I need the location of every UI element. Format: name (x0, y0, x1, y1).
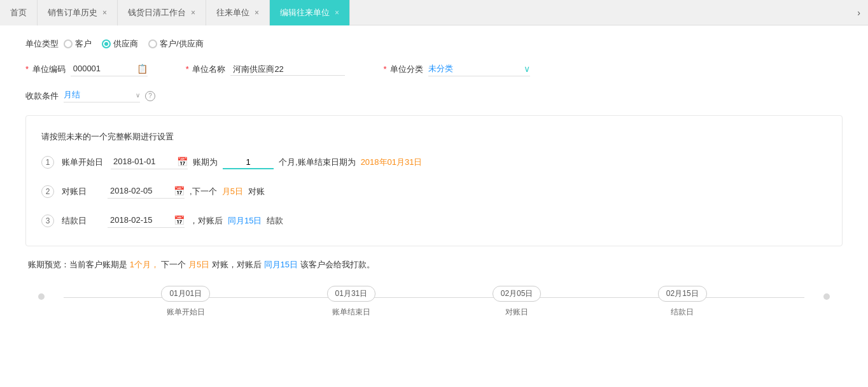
payment-label: 收款条件 (25, 90, 59, 102)
radio-supplier[interactable]: 供应商 (102, 38, 138, 50)
timeline-label-1: 账单开始日 (167, 307, 205, 318)
timeline-label-4: 结款日 (671, 307, 694, 318)
unit-type-label: 单位类型 (25, 38, 59, 50)
page-content: 单位类型 客户 供应商 客户/供应商 * 单位编码 (0, 25, 868, 387)
radio-supplier-label: 供应商 (113, 38, 138, 50)
setting-row-2: 2 对账日 📅 ,下一个 月5日 对账 (41, 185, 827, 199)
preview-suffix: 该客户会给我打款。 (300, 260, 375, 269)
tab-edit-partner-close[interactable]: × (335, 8, 339, 17)
setting-num-2: 2 (41, 185, 54, 198)
required-star-code: * (25, 64, 29, 74)
setting-row-1: 1 账单开始日 📅 账期为 个月,账单结束日期为 2018年01月31日 (41, 155, 827, 169)
payment-select[interactable]: 月结 ∨ (64, 89, 140, 102)
unit-code-icon[interactable]: 📋 (137, 64, 148, 74)
setting-content-1: 📅 账期为 个月,账单结束日期为 2018年01月31日 (111, 155, 422, 169)
period-desc-pre: 账期为 (193, 157, 218, 168)
preview-highlight2: 月5日 (188, 260, 209, 269)
unit-category-arrow: ∨ (524, 64, 530, 74)
radio-customer[interactable]: 客户 (64, 38, 92, 50)
tabs-bar: 首页 销售订单历史 × 钱货日清工作台 × 往来单位 × 编辑往来单位 × › (0, 0, 868, 25)
radio-customer-circle (64, 39, 73, 48)
timeline-row: 01月01日 账单开始日 01月31日 账单结束日 02月05日 对账日 02月… (38, 286, 830, 318)
timeline-badge-3: 02月05日 (493, 286, 542, 302)
reconcile-date-input[interactable] (108, 185, 171, 197)
start-date-input[interactable] (111, 155, 174, 167)
unit-name-group: * 单位名称 (186, 63, 346, 76)
tab-cash-work-close[interactable]: × (191, 8, 195, 17)
tab-home-label: 首页 (10, 7, 27, 18)
tab-more-button[interactable]: › (850, 8, 868, 18)
reconcile-highlight: 月5日 (222, 186, 243, 197)
reconcile-desc-pre: ,下一个 (190, 186, 217, 197)
setting-label-1: 账单开始日 (62, 157, 103, 168)
tab-edit-partner[interactable]: 编辑往来单位 × (270, 0, 350, 25)
payment-group: 收款条件 月结 ∨ ? (25, 89, 155, 102)
setting-row-3: 3 结款日 📅 ，对账后 同月15日 结款 (41, 214, 827, 228)
payment-row: 收款条件 月结 ∨ ? (25, 89, 843, 102)
unit-category-group: * 单位分类 未分类 ∨ (383, 63, 530, 76)
unit-code-group: * 单位编码 📋 (25, 62, 148, 76)
unit-type-row: 单位类型 客户 供应商 客户/供应商 (25, 38, 843, 50)
timeline-start-dot (38, 293, 45, 300)
radio-both-circle (148, 39, 157, 48)
period-input[interactable] (223, 156, 274, 169)
unit-category-value: 未分类 (428, 63, 524, 74)
preview-mid1: 下一个 (161, 260, 186, 269)
reconcile-date-calendar-icon[interactable]: 📅 (174, 186, 185, 196)
tab-partner-label: 往来单位 (216, 7, 249, 18)
unit-category-select[interactable]: 未分类 ∨ (428, 63, 530, 76)
tab-partner[interactable]: 往来单位 × (206, 0, 270, 25)
payment-value: 月结 (64, 89, 133, 101)
reconcile-date-input-wrapper: 📅 (108, 185, 185, 199)
period-end-date: 2018年01月31日 (361, 157, 423, 168)
unit-code-label: * 单位编码 (25, 64, 66, 75)
start-date-input-wrapper: 📅 (111, 155, 188, 169)
preview-label: 账期预览：当前客户账期是 (28, 260, 127, 269)
timeline-badge-2: 01月31日 (327, 286, 376, 302)
unit-name-input[interactable] (230, 63, 345, 76)
tab-sales-history[interactable]: 销售订单历史 × (38, 0, 118, 25)
timeline-item-4: 02月15日 结款日 (658, 286, 707, 318)
tab-home[interactable]: 首页 (0, 0, 38, 25)
settle-desc-pre: ，对账后 (190, 215, 223, 227)
period-desc-post: 个月,账单结束日期为 (279, 157, 356, 168)
tab-cash-work-label: 钱货日清工作台 (128, 7, 186, 18)
radio-group: 客户 供应商 客户/供应商 (64, 38, 204, 50)
tab-cash-work[interactable]: 钱货日清工作台 × (118, 0, 206, 25)
preview-section: 账期预览：当前客户账期是 1个月， 下一个 月5日 对账，对账后 同月15日 该… (25, 259, 843, 271)
setting-num-1: 1 (41, 156, 54, 169)
unit-category-label: * 单位分类 (383, 64, 423, 75)
radio-both[interactable]: 客户/供应商 (148, 38, 204, 50)
timeline-end-dot (823, 293, 830, 300)
unit-name-label: * 单位名称 (186, 64, 226, 75)
radio-supplier-circle (102, 39, 111, 48)
timeline-item-1: 01月01日 账单开始日 (161, 286, 210, 318)
payment-help-icon[interactable]: ? (145, 91, 155, 101)
required-star-name: * (186, 64, 189, 74)
tab-sales-history-close[interactable]: × (102, 8, 107, 17)
radio-customer-label: 客户 (75, 38, 92, 50)
settle-desc-post: 结款 (267, 215, 283, 227)
radio-both-label: 客户/供应商 (160, 38, 204, 50)
payment-arrow: ∨ (136, 92, 140, 99)
setting-label-3: 结款日 (62, 215, 100, 227)
settle-date-input[interactable] (108, 214, 171, 226)
reconcile-desc-post: 对账 (248, 186, 265, 197)
tab-sales-history-label: 销售订单历史 (48, 7, 97, 18)
tab-edit-partner-label: 编辑往来单位 (280, 7, 330, 18)
settings-title: 请按照未来的一个完整帐期进行设置 (41, 131, 827, 143)
setting-label-2: 对账日 (62, 186, 100, 197)
timeline-end (823, 293, 830, 300)
settle-date-input-wrapper: 📅 (108, 214, 185, 228)
settle-date-calendar-icon[interactable]: 📅 (174, 215, 185, 225)
start-date-calendar-icon[interactable]: 📅 (177, 157, 188, 167)
preview-mid2: 对账，对账后 (212, 260, 262, 269)
timeline-label-2: 账单结束日 (332, 307, 370, 318)
unit-code-input-wrapper: 📋 (71, 62, 148, 76)
unit-code-input[interactable] (71, 62, 134, 74)
settings-box: 请按照未来的一个完整帐期进行设置 1 账单开始日 📅 账期为 个月,账单结束日期… (25, 115, 843, 246)
preview-highlight1: 1个月， (130, 260, 159, 269)
timeline-badge-1: 01月01日 (161, 286, 210, 302)
tab-partner-close[interactable]: × (255, 8, 259, 17)
timeline-item-3: 02月05日 对账日 (493, 286, 542, 318)
